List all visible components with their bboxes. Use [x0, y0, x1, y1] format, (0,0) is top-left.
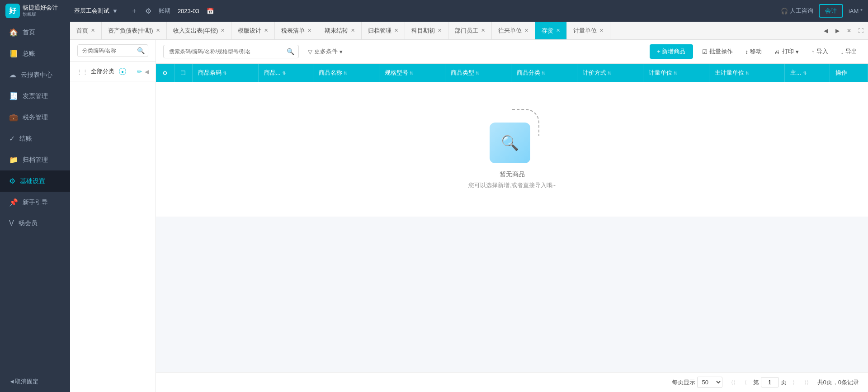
- tab-close-home[interactable]: ✕: [91, 28, 95, 33]
- tab-periodend[interactable]: 期末结转 ✕: [318, 22, 362, 39]
- sidebar-label-settings: 基础设置: [20, 177, 45, 185]
- ai-consult-button[interactable]: 🎧 人工咨询: [781, 7, 813, 15]
- tab-expand[interactable]: ⛶: [855, 25, 866, 36]
- sort-code-icon[interactable]: ⇅: [282, 71, 286, 76]
- sub-content: 🔍 ⋮⋮ 全部分类 ● ✏ ◀: [70, 40, 868, 392]
- tab-close-income[interactable]: ✕: [221, 28, 225, 33]
- per-page-select[interactable]: 50 10 20 100: [697, 377, 722, 388]
- main-search-input[interactable]: [163, 45, 299, 58]
- page-last-button[interactable]: ⟩⟩: [801, 377, 812, 388]
- tab-bar: 首页 ✕ 资产负债表(中期) ✕ 收入支出表(年报) ✕ 模版设计 ✕ 税表清单…: [70, 22, 868, 40]
- tab-inventory[interactable]: 存货 ✕: [535, 22, 567, 39]
- main-panel: 🔍 ▽ 更多条件 ▾ + 新增商品 ☑ 批量操作: [156, 40, 868, 392]
- tab-close-periodend[interactable]: ✕: [351, 28, 355, 33]
- tab-close-department[interactable]: ✕: [481, 28, 485, 33]
- tab-close-all[interactable]: ✕: [844, 25, 854, 36]
- th-unit: 计量单位 ⇅: [643, 64, 709, 82]
- sidebar-item-reports[interactable]: ☁ 云报表中心: [0, 64, 70, 85]
- top-header: 好 畅捷通好会计 旗舰版 基层工会测试 ▼ ＋ ⚙ 账期 2023-03 📅 🎧…: [0, 0, 868, 22]
- tab-scroll-left[interactable]: ◀: [820, 25, 831, 36]
- batch-button[interactable]: ☑ 批量操作: [698, 46, 736, 57]
- sidebar-item-tax[interactable]: 💼 税务管理: [0, 107, 70, 128]
- tab-department[interactable]: 部门员工 ✕: [448, 22, 492, 39]
- product-table: ⚙ ☐ 商品条码 ⇅ 商品... ⇅: [156, 64, 868, 82]
- sort-barcode-icon[interactable]: ⇅: [223, 71, 226, 76]
- add-tab-button[interactable]: ＋: [131, 6, 138, 16]
- page-next-button[interactable]: ⟩: [788, 377, 799, 388]
- th-settings[interactable]: ⚙: [156, 64, 174, 82]
- category-collapse-icon[interactable]: ◀: [145, 68, 149, 75]
- tab-unit[interactable]: 计量单位 ✕: [567, 22, 610, 39]
- per-page-label: 每页显示: [672, 378, 695, 387]
- sort-unit-icon[interactable]: ⇅: [674, 71, 677, 76]
- sidebar-item-ledger[interactable]: 📒 总账: [0, 43, 70, 64]
- sort-spec-icon[interactable]: ⇅: [410, 71, 413, 76]
- settings-gear-icon[interactable]: ⚙: [145, 7, 151, 15]
- company-name: 基层工会测试: [74, 7, 109, 15]
- import-button[interactable]: ↑ 导入: [808, 46, 832, 57]
- company-selector[interactable]: 基层工会测试 ▼: [74, 7, 118, 15]
- unpin-button[interactable]: ◄取消固定: [0, 371, 70, 392]
- empty-arrow-dashed: [512, 109, 539, 136]
- filter-button[interactable]: ▽ 更多条件 ▾: [304, 46, 346, 57]
- calendar-icon[interactable]: 📅: [207, 8, 214, 14]
- main-search-icon[interactable]: 🔍: [287, 48, 294, 55]
- sidebar-item-invoice[interactable]: 🧾 发票管理: [0, 85, 70, 107]
- page-number-input[interactable]: [761, 377, 779, 387]
- action-buttons: + 新增商品 ☑ 批量操作 ↕ 移动 🖨 打印: [650, 44, 861, 59]
- tab-contacts[interactable]: 往来单位 ✕: [492, 22, 535, 39]
- tab-close-template[interactable]: ✕: [264, 28, 268, 33]
- tab-balance[interactable]: 资产负债表(中期) ✕: [102, 22, 167, 39]
- sidebar-item-guide[interactable]: 📌 新手引导: [0, 192, 70, 213]
- tab-archive[interactable]: 归档管理 ✕: [362, 22, 405, 39]
- tab-subject[interactable]: 科目期初 ✕: [405, 22, 448, 39]
- batch-check-icon: ☑: [702, 48, 708, 55]
- header-right: 🎧 人工咨询 会计 iAM *: [781, 4, 863, 18]
- sort-mainunit-icon[interactable]: ⇅: [745, 71, 749, 76]
- sort-price-icon[interactable]: ⇅: [608, 71, 611, 76]
- export-icon: ↓: [841, 48, 844, 55]
- tab-template[interactable]: 模版设计 ✕: [231, 22, 275, 39]
- th-type: 商品类型 ⇅: [445, 64, 511, 82]
- th-category: 商品分类 ⇅: [511, 64, 577, 82]
- print-button[interactable]: 🖨 打印 ▾: [771, 46, 802, 57]
- category-header: ⋮⋮ 全部分类 ● ✏ ◀: [70, 62, 156, 81]
- new-product-button[interactable]: + 新增商品: [650, 44, 693, 59]
- tab-close-inventory[interactable]: ✕: [556, 28, 560, 33]
- sort-category-icon[interactable]: ⇅: [542, 71, 545, 76]
- sidebar-item-vip[interactable]: V 畅会员: [0, 213, 70, 234]
- tab-close-contacts[interactable]: ✕: [524, 28, 528, 33]
- th-checkbox[interactable]: ☐: [174, 64, 192, 82]
- move-button[interactable]: ↕ 移动: [742, 46, 766, 57]
- page-prev-button[interactable]: ⟨: [741, 377, 751, 388]
- page-first-button[interactable]: ⟨⟨: [728, 377, 739, 388]
- tab-close-taxlist[interactable]: ✕: [307, 28, 311, 33]
- sidebar-item-archive[interactable]: 📁 归档管理: [0, 149, 70, 170]
- logo-text-wrap: 畅捷通好会计 旗舰版: [23, 4, 58, 18]
- iam-button[interactable]: iAM *: [849, 8, 863, 14]
- footer-pagination: 每页显示 50 10 20 100 ⟨⟨ ⟨ 第: [156, 372, 868, 392]
- tab-taxlist[interactable]: 税表清单 ✕: [275, 22, 318, 39]
- tab-close-balance[interactable]: ✕: [156, 28, 160, 33]
- account-button[interactable]: 会计: [819, 4, 843, 18]
- tab-scroll-right[interactable]: ▶: [832, 25, 843, 36]
- sidebar-item-home[interactable]: 🏠 首页: [0, 22, 70, 43]
- sidebar-label-archive: 归档管理: [23, 156, 48, 164]
- tab-close-archive[interactable]: ✕: [394, 28, 398, 33]
- category-edit-icon[interactable]: ✏: [137, 68, 142, 75]
- logo-area: 好 畅捷通好会计 旗舰版: [5, 4, 69, 18]
- tab-close-subject[interactable]: ✕: [438, 28, 442, 33]
- sidebar-item-closing[interactable]: ✓ 结账: [0, 128, 70, 149]
- tab-home[interactable]: 首页 ✕: [70, 22, 102, 39]
- sort-name-icon[interactable]: ⇅: [344, 71, 347, 76]
- sort-mainabbr-icon[interactable]: ⇅: [803, 71, 807, 76]
- period-label: 账期: [159, 7, 170, 15]
- export-button[interactable]: ↓ 导出: [837, 46, 861, 57]
- sidebar-item-settings[interactable]: ⚙ 基础设置: [0, 170, 70, 192]
- print-dropdown-icon: ▾: [796, 48, 799, 55]
- tab-income[interactable]: 收入支出表(年报) ✕: [167, 22, 232, 39]
- tab-close-unit[interactable]: ✕: [599, 28, 604, 33]
- category-search-icon[interactable]: 🔍: [137, 47, 145, 54]
- sort-type-icon[interactable]: ⇅: [476, 71, 479, 76]
- category-all-label[interactable]: 全部分类: [91, 67, 114, 76]
